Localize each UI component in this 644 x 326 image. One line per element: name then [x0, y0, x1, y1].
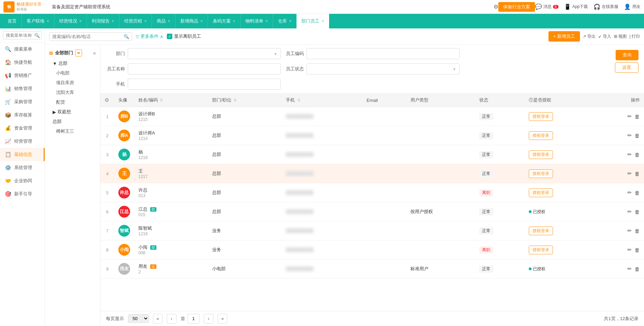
last-page-btn[interactable]: » [218, 314, 227, 324]
dept-node-shenyang[interactable]: 沈阳大库 [51, 88, 97, 97]
view-btn[interactable]: ⊞ 视图 [614, 34, 627, 39]
emp-name-input[interactable] [128, 63, 281, 74]
close-icon[interactable]: × [321, 19, 324, 24]
import-btn[interactable]: ↙ 导入 [598, 34, 611, 39]
tab-home[interactable]: 首页 [3, 14, 22, 28]
edit-btn[interactable]: ✏ [627, 266, 632, 272]
close-icon[interactable]: × [289, 19, 291, 24]
sort-dept-icon[interactable]: ⇅ [234, 98, 237, 102]
prev-page-btn[interactable]: ‹ [167, 314, 176, 324]
dept-node-proj-room[interactable]: 项目库房 [51, 78, 97, 88]
cell-phone [282, 202, 362, 221]
tab-goods[interactable]: 商品 × [152, 14, 175, 28]
next-page-btn[interactable]: › [204, 314, 214, 324]
sidebar-item-sales[interactable]: 📊 销售管理 [0, 82, 45, 95]
dept-edit-btn[interactable]: ✏ [75, 50, 82, 56]
online-service-btn[interactable]: 🎧 在线客服 [593, 3, 618, 10]
close-icon[interactable]: × [47, 19, 49, 24]
delete-btn[interactable]: 🗑 [635, 266, 640, 272]
sort-name-icon[interactable]: ⇅ [160, 98, 163, 102]
tab-profit[interactable]: 利润报告 × [87, 14, 119, 28]
add-employee-btn[interactable]: + 新增员工 [548, 31, 580, 42]
sidebar-item-nav[interactable]: 🏠 快捷导航 [0, 56, 45, 69]
edit-btn[interactable]: ✏ [627, 190, 632, 196]
delete-btn[interactable]: 🗑 [635, 247, 640, 253]
edit-btn[interactable]: ✏ [627, 151, 632, 158]
close-icon[interactable]: × [144, 19, 147, 24]
more-filter-btn[interactable]: ▽ 更多条件 ∧ [136, 33, 163, 39]
tab-customer[interactable]: 客户联络 × [22, 14, 54, 28]
show-inactive-checkbox[interactable]: ✓ 显示离职员工 [167, 33, 201, 39]
edit-btn[interactable]: ✏ [627, 209, 632, 215]
dept-filter-select[interactable]: ▾ [128, 48, 281, 59]
delete-btn[interactable]: 🗑 [635, 228, 640, 234]
app-download-btn[interactable]: 📱 App下载 [564, 3, 588, 10]
close-icon[interactable]: × [168, 19, 170, 24]
dept-node-xishu[interactable]: 稀树王三 [51, 126, 97, 136]
delete-btn[interactable]: 🗑 [635, 209, 640, 215]
print-btn[interactable]: | 打印 [629, 34, 640, 39]
edit-btn[interactable]: ✏ [627, 228, 632, 234]
close-icon[interactable]: × [112, 19, 114, 24]
tab-bom[interactable]: 物料清单 × [241, 14, 273, 28]
tab-history[interactable]: 经营历程 × [119, 14, 152, 28]
edit-btn[interactable]: ✏ [627, 247, 632, 253]
close-icon[interactable]: × [79, 19, 82, 24]
page-input[interactable] [187, 314, 200, 324]
dept-node-general[interactable]: ▼ 总部 [51, 59, 97, 68]
delete-btn[interactable]: 🗑 [635, 171, 640, 177]
tab-barcode[interactable]: 条码方案 × [208, 14, 241, 28]
sidebar-item-search[interactable]: 🔍 搜索菜单 [0, 43, 45, 56]
dept-node-small-elec[interactable]: 小电部 [51, 68, 97, 78]
tab-operations[interactable]: 经营情况 × [54, 14, 87, 28]
auth-login-btn[interactable]: 授权登录 [529, 112, 553, 121]
gear-icon[interactable]: ⚙ [493, 3, 498, 10]
sidebar-item-finance[interactable]: 💰 资金管理 [0, 122, 45, 135]
phone-input[interactable] [128, 79, 281, 90]
first-page-btn[interactable]: « [153, 314, 163, 324]
user-btn[interactable]: 👤 用友 [624, 3, 641, 10]
sidebar-item-purchase[interactable]: 🛒 采购管理 [0, 95, 45, 108]
sidebar-item-basic-info[interactable]: 📋 基础信息 [0, 148, 45, 161]
sidebar-item-inventory[interactable]: 📦 库存核算 [0, 108, 45, 122]
edit-btn[interactable]: ✏ [627, 113, 632, 120]
messages-btn[interactable]: 💬 消息 6 [535, 3, 559, 10]
auth-login-btn[interactable]: 授权登录 [529, 131, 553, 140]
tab-employees[interactable]: 部门员工 × [297, 14, 329, 28]
dept-node-zongbu[interactable]: 总部 [51, 117, 97, 126]
try-btn[interactable]: 体验行业方案 [498, 2, 535, 12]
delete-btn[interactable]: 🗑 [635, 152, 640, 158]
sidebar-item-guide[interactable]: 🎯 新手引导 [0, 187, 45, 201]
auth-login-btn[interactable]: 授权登录 [529, 246, 553, 254]
dept-collapse-btn[interactable]: « [93, 50, 96, 56]
auth-login-btn[interactable]: 授权登录 [529, 150, 553, 159]
auth-login-btn[interactable]: 授权登录 [529, 227, 553, 235]
status-filter-select[interactable]: ▾ [307, 63, 460, 74]
sidebar-item-marketing[interactable]: 📢 营销推广 [0, 69, 45, 82]
edit-btn[interactable]: ✏ [627, 132, 632, 139]
auth-login-btn[interactable]: 授权登录 [529, 169, 553, 178]
close-icon[interactable]: × [200, 19, 203, 24]
sort-phone-icon[interactable]: ⇅ [297, 98, 300, 102]
dept-node-shuangtingxiang[interactable]: ▶ 双庭想 [51, 107, 97, 117]
sidebar-item-operations[interactable]: 📈 经营管理 [0, 135, 45, 148]
tab-warehouse[interactable]: 仓库 × [273, 14, 297, 28]
tab-new-goods[interactable]: 新增商品 × [175, 14, 208, 28]
close-icon[interactable]: × [265, 19, 268, 24]
delete-btn[interactable]: 🗑 [635, 114, 640, 120]
auth-login-btn[interactable]: 授权登录 [529, 188, 553, 197]
export-btn[interactable]: ↗ 导出 [583, 34, 596, 39]
settings-icon[interactable]: ⚙ [105, 97, 109, 103]
dept-node-distribution[interactable]: 配货 [51, 97, 97, 107]
query-btn[interactable]: 查询 [616, 50, 638, 60]
delete-btn[interactable]: 🗑 [635, 133, 640, 139]
reset-btn[interactable]: 设置 [615, 62, 638, 73]
per-page-select[interactable]: 50 20 100 [128, 314, 149, 323]
sidebar-item-collab[interactable]: 🤝 企业协同 [0, 174, 45, 187]
edit-btn[interactable]: ✏ [627, 170, 632, 177]
delete-btn[interactable]: 🗑 [635, 190, 640, 196]
sidebar-item-system[interactable]: ⚙️ 系统管理 [0, 161, 45, 174]
search-input[interactable] [52, 34, 121, 39]
close-icon[interactable]: × [233, 19, 235, 24]
emp-code-input[interactable] [307, 48, 460, 59]
